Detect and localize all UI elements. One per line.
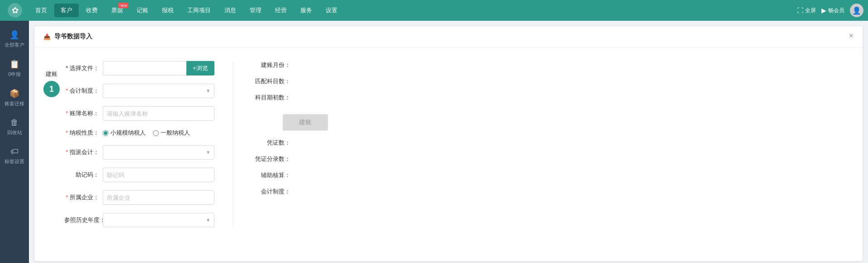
tax-small-label[interactable]: 小规模纳税人 — [103, 129, 146, 137]
assign-accountant-select-wrapper: ▼ — [103, 145, 214, 160]
history-year-select-wrapper: ▼ — [103, 213, 214, 227]
info-panel: 建账月份： 匹配科目数： 科目期初数： 建账 — [251, 61, 360, 227]
voucher-label: 凭证数： — [251, 139, 294, 147]
step-label: 建账 — [46, 70, 57, 78]
fullscreen-label: 全屏 — [805, 7, 816, 14]
account-month-label: 建账月份： — [251, 61, 294, 69]
voucher-row: 凭证数： — [251, 139, 360, 147]
nav-item-charge[interactable]: 收费 — [80, 4, 104, 17]
step-section: 建账 1 * 选择文件： +浏览 — [43, 61, 214, 227]
member-label: 畅会员 — [828, 7, 844, 14]
dialog-title-icon: 📥 — [43, 33, 51, 40]
tax-type-row: 纳税性质： 小规模纳税人 一般纳税人 — [64, 129, 214, 137]
member-button[interactable]: ▶ 畅会员 — [821, 7, 844, 14]
nav-right: ⛶ 全屏 ▶ 畅会员 👤 — [797, 4, 863, 17]
ledger-name-label: 账簿名称： — [64, 109, 103, 117]
logo-circle: ✿ — [8, 3, 22, 18]
tax-small-text: 小规模纳税人 — [110, 129, 146, 137]
sidebar-item-recycle[interactable]: 🗑 回收站 — [0, 113, 29, 141]
company-input[interactable] — [103, 190, 214, 205]
nav-item-customer[interactable]: 客户 — [54, 4, 79, 17]
accounting-system-info-row: 会计制度： — [251, 188, 360, 196]
fullscreen-icon: ⛶ — [797, 7, 803, 14]
dialog-title: 导爷数据导入 — [54, 33, 92, 41]
company-row: 所属企业： — [64, 190, 214, 205]
aux-accounting-label: 辅助核算： — [251, 171, 294, 179]
match-subject-row: 匹配科目数： — [251, 77, 360, 85]
assign-accountant-row: 指派会计： ▼ — [64, 145, 214, 160]
nav-item-operation[interactable]: 经营 — [269, 4, 293, 17]
tax-small-radio[interactable] — [103, 130, 109, 136]
assign-accountant-select[interactable] — [103, 145, 214, 160]
account-month-row: 建账月份： — [251, 61, 360, 69]
nav-item-settings[interactable]: 设置 — [319, 4, 344, 17]
subject-init-row: 科目期初数： — [251, 94, 360, 102]
nav-item-bizproject[interactable]: 工商项目 — [181, 4, 217, 17]
accounting-system-select[interactable] — [103, 84, 214, 98]
history-year-label: 参照历史年度： — [64, 216, 103, 224]
top-nav: ✿ 首页 客户 收费 票据 new 记账 报税 工商项目 消息 管理 经营 服务… — [0, 0, 868, 21]
memo-label: 助记码： — [64, 171, 103, 179]
sidebar-item-label: 全部客户 — [5, 42, 24, 48]
match-subject-label: 匹配科目数： — [251, 77, 294, 85]
file-input-group: +浏览 — [103, 61, 214, 75]
tax-type-radio-group: 小规模纳税人 一般纳税人 — [103, 129, 190, 137]
logo: ✿ — [5, 0, 25, 21]
file-input[interactable] — [103, 61, 186, 75]
assign-accountant-label: 指派会计： — [64, 148, 103, 156]
logo-icon: ✿ — [12, 5, 19, 15]
step-circle: 1 — [43, 81, 60, 97]
dialog-body: 建账 1 * 选择文件： +浏览 — [34, 47, 863, 241]
sidebar-item-label: 标签设置 — [5, 158, 24, 165]
ledger-name-row: 账簿名称： — [64, 106, 214, 121]
nav-item-service[interactable]: 服务 — [294, 4, 318, 17]
nav-item-manage[interactable]: 管理 — [243, 4, 268, 17]
avatar-icon: 👤 — [852, 6, 861, 15]
fullscreen-button[interactable]: ⛶ 全屏 — [797, 7, 816, 14]
sidebar-item-tag-settings[interactable]: 🏷 标签设置 — [0, 142, 29, 169]
new-badge: new — [118, 3, 128, 8]
all-customers-icon: 👤 — [9, 30, 19, 40]
build-btn-area: 建账 — [251, 114, 360, 131]
sidebar-item-label: 账套迁移 — [5, 100, 24, 107]
tag-settings-icon: 🏷 — [10, 147, 19, 156]
sidebar: 👤 全部客户 📋 0申报 📦 账套迁移 🗑 回收站 🏷 标签设置 — [0, 21, 29, 263]
declare-icon: 📋 — [9, 59, 19, 69]
tax-general-label[interactable]: 一般纳税人 — [153, 129, 190, 137]
step-number: 1 — [49, 85, 54, 94]
nav-item-account[interactable]: 记账 — [130, 4, 155, 17]
subject-init-label: 科目期初数： — [251, 94, 294, 102]
sidebar-item-label: 0申报 — [8, 71, 21, 78]
build-button[interactable]: 建账 — [283, 114, 328, 131]
nav-item-tax[interactable]: 报税 — [156, 4, 180, 17]
sidebar-item-label: 回收站 — [7, 129, 22, 136]
sidebar-item-declare[interactable]: 📋 0申报 — [0, 55, 29, 82]
form-section: * 选择文件： +浏览 会计制度： — [64, 61, 214, 227]
dialog-card: 📥 导爷数据导入 × 建账 1 — [34, 26, 863, 261]
ledger-name-input[interactable] — [103, 106, 214, 121]
company-label: 所属企业： — [64, 193, 103, 202]
accounting-system-row: 会计制度： ▼ — [64, 84, 214, 98]
nav-item-message[interactable]: 消息 — [218, 4, 242, 17]
nav-item-home[interactable]: 首页 — [29, 4, 53, 17]
divider — [232, 61, 233, 227]
user-avatar[interactable]: 👤 — [850, 4, 863, 17]
voucher-entries-label: 凭证分录数： — [251, 155, 294, 163]
tax-type-label: 纳税性质： — [64, 129, 103, 137]
sidebar-item-all-customers[interactable]: 👤 全部客户 — [0, 25, 29, 53]
history-year-select[interactable] — [103, 213, 214, 227]
aux-accounting-row: 辅助核算： — [251, 171, 360, 179]
memo-input[interactable] — [103, 168, 214, 182]
file-label: * 选择文件： — [64, 64, 103, 72]
history-year-row: 参照历史年度： ▼ — [64, 213, 214, 227]
dialog-header: 📥 导爷数据导入 × — [34, 26, 863, 47]
voucher-entries-row: 凭证分录数： — [251, 155, 360, 163]
nav-item-invoice[interactable]: 票据 new — [105, 4, 129, 17]
browse-button[interactable]: +浏览 — [186, 61, 214, 75]
accounting-system-info-label: 会计制度： — [251, 188, 294, 196]
recycle-icon: 🗑 — [10, 118, 19, 127]
tax-general-radio[interactable] — [153, 130, 159, 136]
dialog-close-button[interactable]: × — [849, 32, 854, 40]
step-badge-area: 建账 1 — [43, 61, 60, 97]
sidebar-item-account-migrate[interactable]: 📦 账套迁移 — [0, 84, 29, 112]
